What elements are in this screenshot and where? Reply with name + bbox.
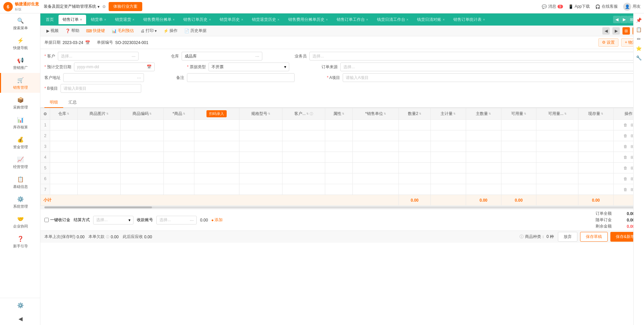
tab-close-12[interactable]: × <box>483 18 485 22</box>
settings-icon[interactable]: ⚙ <box>102 4 106 9</box>
cell-1-0[interactable] <box>50 120 78 130</box>
cell-3-14[interactable] <box>578 141 613 152</box>
cell-1-2[interactable] <box>120 120 163 130</box>
cell-7-11[interactable] <box>466 184 501 195</box>
cell-7-13[interactable] <box>536 184 578 195</box>
col-qty2[interactable]: 数量2⇅ <box>399 108 431 120</box>
cell-1-11[interactable] <box>466 120 501 130</box>
cell-3-11[interactable] <box>466 141 501 152</box>
warehouse-input-wrap[interactable]: 成品库 ··· <box>182 52 262 60</box>
cell-2-1[interactable] <box>77 130 120 141</box>
cell-2-11[interactable] <box>466 130 501 141</box>
account-more-btn[interactable]: ··· <box>190 217 194 223</box>
tab-9[interactable]: 销售订单工作台× <box>333 15 372 24</box>
system-dropdown[interactable]: 装备及固定资产辅助管理系统 ▾ <box>44 4 100 9</box>
cell-2-9[interactable] <box>399 130 431 141</box>
tab-1[interactable]: 销售订单× <box>59 15 86 24</box>
cell-5-14[interactable] <box>578 163 613 173</box>
tab-close-10[interactable]: × <box>407 18 409 22</box>
cell-6-0[interactable] <box>50 173 78 184</box>
sidebar-item-basic[interactable]: 📋 基础信息 <box>0 172 40 192</box>
tab-2[interactable]: 销货单× <box>87 15 110 24</box>
tab-3[interactable]: 销货退货× <box>111 15 139 24</box>
cell-7-6[interactable] <box>282 184 325 195</box>
cell-7-2[interactable] <box>120 184 163 195</box>
sidebar-item-quick[interactable]: ⚡ 快捷导航 <box>0 33 40 53</box>
tab-detail[interactable]: 明细 <box>44 97 63 108</box>
cell-5-10[interactable] <box>430 163 466 173</box>
delivery-input-wrap[interactable]: yyyy-mm-dd 📅 <box>74 63 155 71</box>
cell-4-0[interactable] <box>50 152 78 163</box>
cell-1-13[interactable] <box>536 120 578 130</box>
tab-prev-button[interactable]: ◀ <box>613 16 620 23</box>
tab-close-1[interactable]: × <box>80 18 82 22</box>
col-settings[interactable]: ⚙ <box>41 108 50 120</box>
cell-1-9[interactable] <box>399 120 431 130</box>
invoice-select[interactable]: 不开票 ▾ <box>209 63 289 71</box>
right-panel-clipboard-btn[interactable]: 📋 <box>635 26 643 34</box>
toolbar-print-btn[interactable]: 🖨 打印 ▾ <box>139 27 159 34</box>
cell-7-10[interactable] <box>430 184 466 195</box>
tab-close-9[interactable]: × <box>366 18 368 22</box>
delete-row-1-icon[interactable]: 🗑 <box>623 123 628 127</box>
sidebar-item-finance[interactable]: 💰 资金管理 <box>0 132 40 152</box>
cell-5-2[interactable] <box>120 163 163 173</box>
sidebar-collapse-button[interactable]: ◀ <box>0 312 40 325</box>
order-source-select[interactable]: 选择... ▾ <box>340 63 640 71</box>
cell-4-6[interactable] <box>282 152 325 163</box>
cell-4-5[interactable] <box>239 152 282 163</box>
toolbar-help-btn[interactable]: ❓ 帮助 <box>63 27 81 34</box>
cell-3-1[interactable] <box>77 141 120 152</box>
cell-3-13[interactable] <box>536 141 578 152</box>
method-select[interactable]: 选择... ▾ <box>93 216 134 225</box>
right-panel-edit-btn[interactable]: ✏ <box>635 35 643 43</box>
industry-plan-button[interactable]: 体验行业方案 <box>109 2 142 11</box>
cell-2-2[interactable] <box>120 130 163 141</box>
cell-3-2[interactable] <box>120 141 163 152</box>
cell-7-12[interactable] <box>501 184 536 195</box>
toolbar-nav-prev[interactable]: ◀ <box>602 27 610 35</box>
col-stock[interactable]: 现存量⇅ <box>578 108 613 120</box>
cell-3-6[interactable] <box>282 141 325 152</box>
cell-6-7[interactable] <box>325 173 353 184</box>
cell-1-8[interactable] <box>352 120 399 130</box>
right-panel-tool-btn[interactable]: 🔧 <box>635 54 643 62</box>
tab-8[interactable]: 销售费用分摊单历史× <box>284 15 332 24</box>
scroll-thumb[interactable] <box>44 206 152 208</box>
col-available[interactable]: 可用量⇅ <box>501 108 536 120</box>
cell-6-11[interactable] <box>466 173 501 184</box>
delete-row-2-icon[interactable]: 🗑 <box>623 133 628 138</box>
customer-more-btn[interactable]: ··· <box>131 53 136 59</box>
right-panel-star-btn[interactable]: ⭐ <box>635 44 643 52</box>
cell-5-4[interactable] <box>194 163 239 173</box>
tab-0[interactable]: 首页 <box>42 15 58 24</box>
address-more-btn[interactable]: ··· <box>137 75 141 80</box>
save-draft-button[interactable]: 保存草稿 <box>580 232 608 242</box>
cell-7-3[interactable] <box>164 184 194 195</box>
cell-5-8[interactable] <box>352 163 399 173</box>
cell-1-5[interactable] <box>239 120 282 130</box>
tab-7[interactable]: 销货退货历史× <box>248 15 283 24</box>
cell-6-5[interactable] <box>239 173 282 184</box>
app-download-button[interactable]: 📱 App下载 <box>568 4 590 9</box>
cell-5-0[interactable] <box>50 163 78 173</box>
cell-3-3[interactable] <box>164 141 194 152</box>
cell-2-5[interactable] <box>239 130 282 141</box>
cell-4-11[interactable] <box>466 152 501 163</box>
cell-2-3[interactable] <box>164 130 194 141</box>
tab-10[interactable]: 钱货日清工作台× <box>373 15 413 24</box>
cell-6-4[interactable] <box>194 173 239 184</box>
cell-6-12[interactable] <box>501 173 536 184</box>
cell-3-9[interactable] <box>399 141 431 152</box>
b-project-input[interactable]: 请输入B项目 <box>61 84 141 93</box>
cell-5-9[interactable] <box>399 163 431 173</box>
user-avatar[interactable]: 👤 用友 <box>623 3 641 11</box>
cell-6-14[interactable] <box>578 173 613 184</box>
sidebar-item-enterprise[interactable]: 🤝 企业协同 <box>0 212 40 232</box>
cell-7-9[interactable] <box>399 184 431 195</box>
cell-2-12[interactable] <box>501 130 536 141</box>
online-service-button[interactable]: 🎧 在线客服 <box>595 4 618 9</box>
delete-row-7-icon[interactable]: 🗑 <box>623 187 628 192</box>
message-button[interactable]: 💬 消息 9 <box>542 4 563 9</box>
col-code[interactable]: 商品编码⇅ <box>120 108 163 120</box>
